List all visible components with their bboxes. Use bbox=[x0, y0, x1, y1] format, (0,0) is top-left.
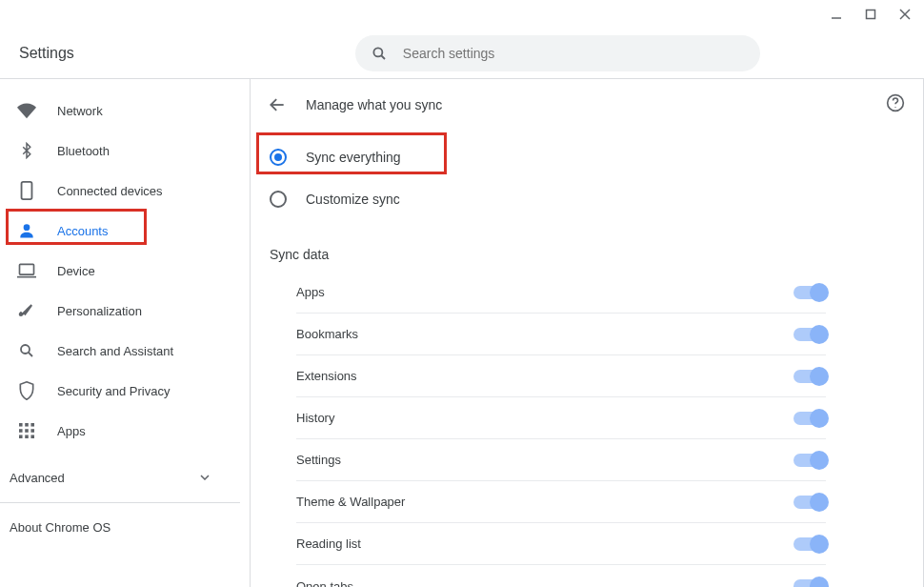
sync-row-theme-wallpaper: Theme & Wallpaper bbox=[296, 481, 826, 523]
row-label: Settings bbox=[296, 453, 341, 467]
svg-rect-13 bbox=[25, 423, 29, 427]
sync-row-extensions: Extensions bbox=[296, 355, 826, 397]
row-label: Bookmarks bbox=[296, 327, 358, 341]
row-label: Extensions bbox=[296, 369, 357, 383]
svg-point-10 bbox=[21, 345, 30, 354]
sidebar-item-label: Apps bbox=[57, 424, 86, 438]
sidebar-item-security-privacy[interactable]: Security and Privacy bbox=[0, 371, 250, 411]
row-label: Open tabs bbox=[296, 579, 353, 588]
bluetooth-icon bbox=[17, 141, 36, 160]
advanced-label: Advanced bbox=[10, 471, 65, 485]
sync-row-apps: Apps bbox=[296, 272, 826, 314]
wifi-icon bbox=[17, 101, 36, 120]
svg-rect-8 bbox=[20, 264, 34, 274]
sidebar-item-label: Device bbox=[57, 264, 95, 278]
sidebar-item-label: Personalization bbox=[57, 304, 142, 318]
toggle-theme-wallpaper[interactable] bbox=[793, 496, 826, 509]
sync-row-reading-list: Reading list bbox=[296, 523, 826, 565]
sync-data-list: Apps Bookmarks Extensions History Settin… bbox=[251, 272, 826, 587]
svg-line-5 bbox=[381, 55, 385, 59]
svg-rect-6 bbox=[22, 182, 32, 199]
radio-sync-everything[interactable]: Sync everything bbox=[251, 136, 826, 178]
search-icon bbox=[371, 45, 388, 62]
sync-row-settings: Settings bbox=[296, 439, 826, 481]
window-minimize-button[interactable] bbox=[823, 4, 850, 25]
main-panel: Manage what you sync Sync everything Cus… bbox=[251, 79, 923, 587]
svg-rect-12 bbox=[19, 423, 23, 427]
toggle-history[interactable] bbox=[793, 412, 826, 425]
help-icon[interactable] bbox=[885, 92, 906, 113]
sidebar-item-label: Accounts bbox=[57, 224, 108, 238]
svg-point-7 bbox=[24, 224, 30, 231]
sidebar-item-label: Security and Privacy bbox=[57, 384, 171, 398]
toggle-apps[interactable] bbox=[793, 286, 826, 299]
sync-row-open-tabs: Open tabs bbox=[296, 565, 826, 587]
sidebar-item-connected-devices[interactable]: Connected devices bbox=[0, 171, 250, 211]
row-label: History bbox=[296, 411, 334, 425]
apps-grid-icon bbox=[17, 421, 36, 440]
sidebar-advanced-toggle[interactable]: Advanced bbox=[0, 456, 250, 498]
svg-rect-18 bbox=[19, 435, 23, 438]
search-input[interactable] bbox=[403, 46, 745, 61]
sidebar-item-label: Connected devices bbox=[57, 184, 163, 198]
row-label: Theme & Wallpaper bbox=[296, 495, 405, 509]
shield-icon bbox=[17, 381, 36, 400]
toggle-settings[interactable] bbox=[793, 454, 826, 467]
sidebar-item-label: Bluetooth bbox=[57, 144, 110, 158]
radio-icon bbox=[270, 149, 287, 166]
back-button[interactable] bbox=[266, 93, 289, 116]
svg-rect-14 bbox=[30, 423, 34, 427]
toggle-reading-list[interactable] bbox=[793, 537, 826, 551]
sync-row-history: History bbox=[296, 397, 826, 439]
window-maximize-button[interactable] bbox=[857, 4, 884, 25]
radio-label: Customize sync bbox=[306, 192, 400, 207]
svg-rect-1 bbox=[867, 10, 875, 19]
svg-rect-20 bbox=[30, 435, 34, 438]
section-title-sync-data: Sync data bbox=[251, 220, 826, 272]
person-icon bbox=[17, 221, 36, 240]
sidebar-item-network[interactable]: Network bbox=[0, 91, 250, 131]
search-icon bbox=[17, 341, 36, 360]
window-close-button[interactable] bbox=[892, 4, 918, 25]
sidebar-item-accounts[interactable]: Accounts bbox=[0, 211, 250, 251]
radio-icon bbox=[270, 191, 287, 208]
sidebar: Network Bluetooth Connected devices Acco… bbox=[0, 79, 250, 587]
sync-row-bookmarks: Bookmarks bbox=[296, 314, 826, 355]
svg-rect-19 bbox=[25, 435, 29, 438]
sidebar-item-label: Search and Assistant bbox=[57, 344, 173, 358]
toggle-extensions[interactable] bbox=[793, 370, 826, 383]
sidebar-item-label: Network bbox=[57, 104, 103, 118]
radio-label: Sync everything bbox=[306, 150, 401, 165]
page-title: Manage what you sync bbox=[306, 97, 442, 112]
toggle-open-tabs[interactable] bbox=[793, 579, 826, 587]
svg-rect-16 bbox=[25, 429, 29, 433]
search-box[interactable] bbox=[355, 35, 760, 71]
svg-rect-15 bbox=[19, 429, 23, 433]
sidebar-item-search-assistant[interactable]: Search and Assistant bbox=[0, 331, 250, 371]
svg-rect-17 bbox=[30, 429, 34, 433]
row-label: Apps bbox=[296, 285, 325, 299]
sidebar-item-apps[interactable]: Apps bbox=[0, 411, 250, 451]
sidebar-item-bluetooth[interactable]: Bluetooth bbox=[0, 131, 250, 171]
svg-point-4 bbox=[373, 48, 382, 56]
chevron-down-icon bbox=[200, 475, 210, 480]
laptop-icon bbox=[17, 261, 36, 280]
phone-icon bbox=[17, 181, 36, 200]
toggle-bookmarks[interactable] bbox=[793, 328, 826, 341]
about-label: About Chrome OS bbox=[10, 520, 110, 535]
row-label: Reading list bbox=[296, 536, 361, 551]
brush-icon bbox=[17, 301, 36, 320]
app-title: Settings bbox=[19, 45, 74, 62]
sidebar-about[interactable]: About Chrome OS bbox=[0, 503, 250, 552]
svg-line-11 bbox=[29, 353, 32, 356]
svg-point-22 bbox=[894, 107, 895, 108]
radio-customize-sync[interactable]: Customize sync bbox=[251, 178, 826, 220]
sidebar-item-personalization[interactable]: Personalization bbox=[0, 291, 250, 331]
sidebar-item-device[interactable]: Device bbox=[0, 251, 250, 291]
